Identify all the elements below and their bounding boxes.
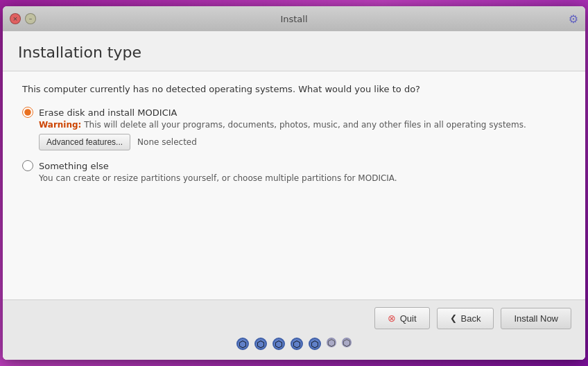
window-title: Install [280, 14, 307, 24]
quit-icon: ⊗ [388, 313, 396, 324]
progress-dots: ⬡ ⬡ ⬡ ⬡ ⬡ ⬡ ⬡ [17, 335, 571, 353]
content-area: This computer currently has no detected … [3, 71, 585, 299]
progress-dot-4: ⬡ [291, 338, 303, 350]
install-now-button[interactable]: Install Now [501, 308, 571, 329]
erase-disk-details: Warning: This will delete all your progr… [39, 120, 566, 150]
something-else-label-row: Something else [22, 160, 566, 171]
progress-dot-7: ⬡ [342, 338, 352, 347]
quit-label: Quit [400, 313, 417, 324]
something-else-radio[interactable] [22, 160, 33, 171]
option-group: Erase disk and install MODICIA Warning: … [22, 107, 566, 193]
bottom-bar: ⊗ Quit ❮ Back Install Now ⬡ ⬡ ⬡ ⬡ ⬡ ⬡ ⬡ [3, 299, 585, 360]
button-row: ⊗ Quit ❮ Back Install Now [17, 307, 571, 329]
advanced-features-button[interactable]: Advanced features... [39, 134, 130, 150]
something-else-option: Something else You can create or resize … [22, 160, 566, 183]
minimize-button[interactable]: – [25, 13, 36, 24]
warning-body: This will delete all your programs, docu… [81, 120, 526, 130]
progress-dot-3: ⬡ [273, 338, 285, 350]
titlebar: × – Install ⚙ [3, 6, 585, 31]
page-header: Installation type [3, 31, 585, 71]
main-content: Installation type This computer currentl… [3, 31, 585, 360]
gear-icon[interactable]: ⚙ [569, 12, 578, 26]
progress-dot-2: ⬡ [254, 338, 267, 350]
page-title: Installation type [18, 44, 570, 61]
quit-button[interactable]: ⊗ Quit [374, 307, 430, 329]
progress-dot-5: ⬡ [309, 338, 321, 350]
main-window: × – Install ⚙ Installation type This com… [3, 6, 585, 360]
erase-disk-radio[interactable] [22, 107, 33, 118]
erase-disk-label[interactable]: Erase disk and install MODICIA [39, 107, 177, 118]
back-button[interactable]: ❮ Back [437, 308, 494, 329]
close-button[interactable]: × [10, 13, 21, 24]
none-selected-text: None selected [137, 137, 197, 147]
progress-dot-1: ⬡ [236, 338, 249, 350]
something-else-label[interactable]: Something else [39, 161, 109, 171]
something-else-description: You can create or resize partitions your… [39, 173, 566, 183]
back-label: Back [461, 313, 481, 324]
back-arrow-icon: ❮ [450, 313, 457, 323]
erase-disk-label-row: Erase disk and install MODICIA [22, 107, 566, 118]
advanced-features-row: Advanced features... None selected [39, 134, 566, 150]
warning-label: Warning: [39, 120, 81, 130]
warning-text: Warning: This will delete all your progr… [39, 120, 566, 130]
progress-dot-6: ⬡ [327, 338, 336, 347]
erase-disk-option: Erase disk and install MODICIA Warning: … [22, 107, 566, 150]
description-text: This computer currently has no detected … [22, 84, 566, 94]
window-controls: × – [10, 13, 36, 24]
